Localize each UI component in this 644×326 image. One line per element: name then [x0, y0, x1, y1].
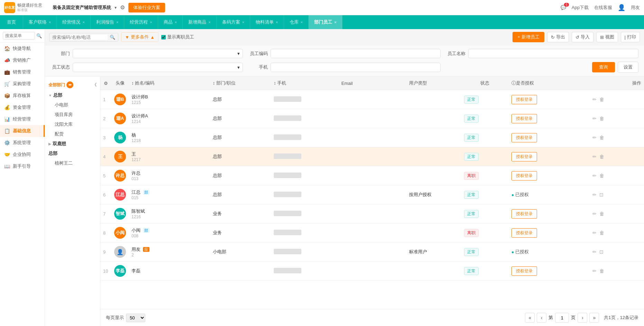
close-icon[interactable]: ×: [82, 20, 84, 24]
close-icon[interactable]: ×: [276, 20, 278, 24]
delete-icon[interactable]: 🗑: [599, 173, 604, 178]
search-input[interactable]: [52, 35, 108, 40]
next-page-btn[interactable]: ›: [578, 313, 587, 323]
edit-icon[interactable]: ✏: [592, 249, 597, 255]
close-icon[interactable]: ×: [150, 20, 152, 24]
sidebar-item-guide[interactable]: 📖 新手引导: [0, 160, 45, 172]
edit-icon[interactable]: ✏: [592, 135, 597, 140]
query-btn[interactable]: 查询: [592, 62, 615, 72]
col-name[interactable]: ↕ 姓名/编码: [129, 77, 210, 90]
delete-icon[interactable]: 🗑: [599, 268, 604, 274]
edit-icon[interactable]: ✏: [592, 154, 597, 159]
tab-add-goods[interactable]: 新增商品 ×: [183, 15, 216, 29]
add-employee-btn[interactable]: + 新增员工: [513, 32, 544, 42]
dept-tree-item[interactable]: 总部: [45, 149, 100, 158]
sidebar-item-enterprise[interactable]: 🤝 企业协同: [0, 149, 45, 160]
close-icon[interactable]: ×: [175, 20, 177, 24]
tab-profit[interactable]: 利润报告 ×: [91, 15, 124, 29]
dept-tree-item[interactable]: 植树王二: [45, 158, 100, 168]
close-icon[interactable]: ×: [49, 20, 51, 24]
auth-btn[interactable]: 授权登录: [511, 266, 537, 276]
tab-warehouse[interactable]: 仓库 ×: [284, 15, 309, 29]
view-btn[interactable]: ⊞ 视图: [596, 32, 618, 42]
tab-operation[interactable]: 经营情况 ×: [57, 15, 90, 29]
auth-btn[interactable]: 授权登录: [511, 152, 537, 161]
sidebar-search-input[interactable]: [3, 32, 35, 39]
dept-tree-item[interactable]: 小电部: [45, 100, 100, 110]
close-icon[interactable]: ×: [242, 20, 244, 24]
online-service[interactable]: 在线客服: [594, 5, 612, 11]
tab-customer[interactable]: 客户联络 ×: [23, 15, 57, 29]
page-input[interactable]: [555, 313, 569, 323]
tab-bom[interactable]: 物料清单 ×: [250, 15, 284, 29]
close-icon[interactable]: ×: [301, 20, 303, 24]
edit-icon[interactable]: ✏: [592, 173, 597, 178]
delete-icon[interactable]: 🗑: [599, 135, 604, 140]
auth-btn[interactable]: 授权登录: [511, 95, 537, 104]
edit-icon[interactable]: ✏: [592, 192, 597, 197]
status-select[interactable]: ▾: [73, 63, 243, 72]
copy-icon[interactable]: ⊡: [599, 192, 604, 197]
close-icon[interactable]: ×: [116, 20, 118, 24]
copy-icon[interactable]: ⊡: [599, 249, 604, 255]
import-btn[interactable]: ↺ 导入: [572, 32, 593, 42]
sidebar-item-inventory[interactable]: 📦 库存核算: [0, 90, 45, 102]
dept-edit-btn[interactable]: ✏: [66, 81, 73, 88]
print-btn[interactable]: | 打印: [621, 32, 640, 42]
delete-icon[interactable]: 🗑: [599, 154, 604, 159]
auth-btn[interactable]: 授权登录: [511, 209, 537, 219]
sidebar-item-purchase[interactable]: 🛒 采购管理: [0, 78, 45, 90]
show-resigned-checkbox[interactable]: [161, 35, 166, 39]
col-dept[interactable]: ↕ 部门/职位: [210, 77, 271, 90]
phone-input[interactable]: [271, 63, 441, 72]
export-btn[interactable]: ↻ 导出: [547, 32, 569, 42]
sidebar-item-finance[interactable]: 💰 资金管理: [0, 102, 45, 113]
settings-icon[interactable]: ⚙: [120, 4, 125, 11]
edit-icon[interactable]: ✏: [592, 230, 597, 236]
prev-page-btn[interactable]: ‹: [537, 313, 546, 323]
dept-tree-item[interactable]: 沈阳大库: [45, 120, 100, 129]
dept-tree-item[interactable]: 配货: [45, 129, 100, 139]
system-dropdown-icon[interactable]: ▾: [115, 5, 117, 10]
reset-btn[interactable]: 设置: [618, 62, 638, 73]
auth-btn[interactable]: 授权登录: [511, 228, 537, 238]
auth-btn[interactable]: 授权登录: [511, 171, 537, 180]
sidebar-item-quick[interactable]: 🏠 快捷导航: [0, 43, 45, 54]
tab-barcode[interactable]: 条码方案 ×: [217, 15, 250, 29]
delete-icon[interactable]: 🗑: [599, 116, 604, 121]
dept-tree-item[interactable]: 项目库房: [45, 110, 100, 120]
dept-select[interactable]: ▾: [73, 49, 243, 58]
edit-icon[interactable]: ✏: [592, 211, 597, 217]
auth-btn[interactable]: 授权登录: [511, 133, 537, 142]
tab-goods[interactable]: 商品 ×: [158, 15, 183, 29]
more-filter-btn[interactable]: ▼ 更多条件 ▲: [121, 32, 158, 42]
close-icon[interactable]: ×: [334, 20, 336, 24]
delete-icon[interactable]: 🗑: [599, 211, 604, 217]
dept-collapse-btn[interactable]: 《: [92, 82, 97, 88]
user-label[interactable]: 用友: [631, 5, 640, 11]
close-icon[interactable]: ×: [208, 20, 210, 24]
auth-btn[interactable]: 授权登录: [511, 114, 537, 123]
dept-tree-item[interactable]: ▶ 双鹿想: [45, 139, 100, 149]
sidebar-item-marketing[interactable]: 📣 营销推广: [0, 54, 45, 66]
edit-icon[interactable]: ✏: [592, 268, 597, 274]
message-icon[interactable]: 💬 6: [561, 5, 566, 10]
tab-history[interactable]: 经营历程 ×: [124, 15, 158, 29]
sidebar-item-system[interactable]: ⚙️ 系统管理: [0, 137, 45, 149]
app-download[interactable]: App下载: [572, 5, 589, 11]
empname-input[interactable]: [468, 49, 638, 58]
delete-icon[interactable]: 🗑: [599, 97, 604, 102]
tab-home[interactable]: 首页: [0, 15, 23, 29]
edit-icon[interactable]: ✏: [592, 97, 597, 102]
empcode-input[interactable]: [271, 49, 441, 58]
col-phone[interactable]: ↕ 手机: [271, 77, 339, 90]
sidebar-item-operation[interactable]: 📊 经营管理: [0, 113, 45, 125]
dept-tree-item-parent[interactable]: ▼ 总部: [45, 90, 100, 100]
edit-icon[interactable]: ✏: [592, 116, 597, 121]
delete-icon[interactable]: 🗑: [599, 230, 604, 236]
sidebar-item-sales[interactable]: 💼 销售管理: [0, 66, 45, 78]
dept-tree-header[interactable]: 全部部门 ✏ 《: [45, 79, 100, 90]
tab-employees[interactable]: 部门员工 ×: [309, 15, 342, 29]
sidebar-item-basic[interactable]: 📋 基础信息: [0, 125, 45, 137]
first-page-btn[interactable]: «: [525, 313, 535, 323]
